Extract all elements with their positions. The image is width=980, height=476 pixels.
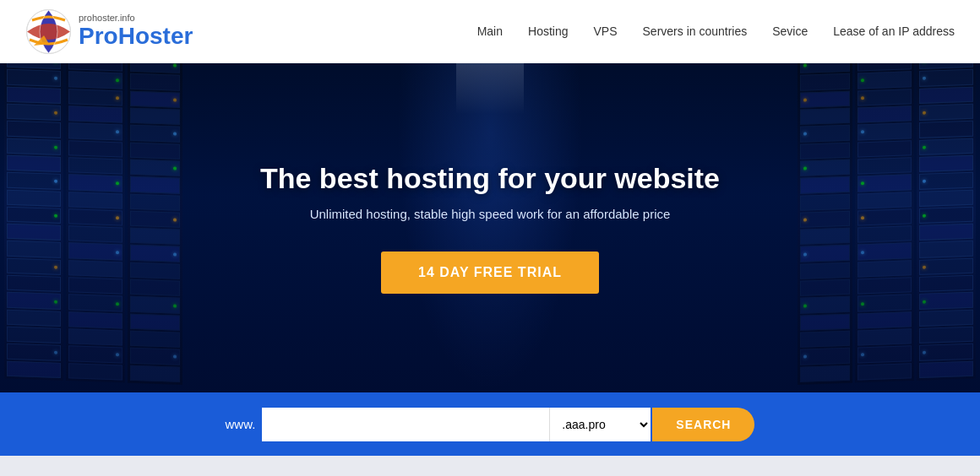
- logo-brand: ProHoster: [79, 24, 193, 50]
- main-nav: Main Hosting VPS Servers in countries Se…: [477, 24, 955, 38]
- bottom-strip: [0, 456, 980, 476]
- logo-globe-icon: [25, 8, 72, 55]
- nav-item-servers[interactable]: Servers in countries: [643, 24, 748, 38]
- hero-subtitle: Unlimited hosting, stable high speed wor…: [260, 207, 720, 221]
- nav-item-vps[interactable]: VPS: [594, 24, 618, 38]
- domain-input[interactable]: [262, 408, 549, 441]
- hero-title: The best hosting for your website: [260, 162, 720, 195]
- search-button[interactable]: SEARCH: [652, 408, 754, 441]
- nav-item-service[interactable]: Sevice: [772, 24, 808, 38]
- www-label: www.: [226, 417, 256, 431]
- hero-section: The best hosting for your website Unlimi…: [0, 63, 980, 392]
- header: prohoster.info ProHoster Main Hosting VP…: [0, 0, 980, 63]
- nav-item-hosting[interactable]: Hosting: [528, 24, 568, 38]
- hero-content: The best hosting for your website Unlimi…: [243, 145, 737, 311]
- nav-item-lease[interactable]: Lease of an IP address: [833, 24, 955, 38]
- search-bar-section: www. .aaa.pro .com .net .org .info .biz …: [0, 392, 980, 456]
- free-trial-button[interactable]: 14 DAY FREE TRIAL: [381, 252, 599, 294]
- nav-item-main[interactable]: Main: [477, 24, 503, 38]
- logo-text: prohoster.info ProHoster: [79, 13, 193, 50]
- logo-pro: Pro: [79, 23, 118, 49]
- logo[interactable]: prohoster.info ProHoster: [25, 8, 193, 55]
- tld-select[interactable]: .aaa.pro .com .net .org .info .biz: [549, 408, 651, 441]
- logo-hoster: Hoster: [118, 23, 193, 49]
